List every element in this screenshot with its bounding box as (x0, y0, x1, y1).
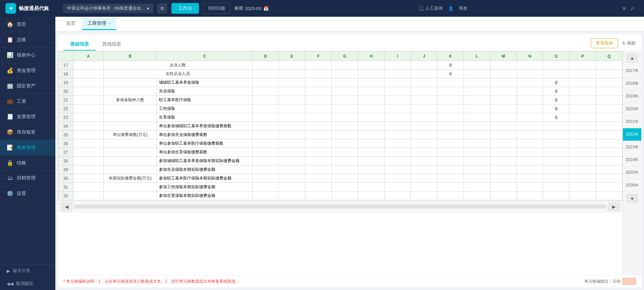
cell-30-H[interactable] (358, 174, 384, 183)
cell-27-C[interactable]: 单位参加生育保险缴费基数 (157, 148, 252, 157)
cell-17-A[interactable] (73, 61, 104, 70)
cell-31-E[interactable] (279, 183, 305, 192)
cell-24-N[interactable] (517, 122, 543, 131)
cell-17-Q[interactable] (596, 61, 623, 70)
cell-31-Q[interactable] (596, 183, 623, 192)
cell-22-N[interactable] (517, 104, 543, 113)
cell-17-K[interactable]: 0 (437, 61, 464, 70)
cell-24-I[interactable] (384, 122, 411, 131)
cell-18-F[interactable] (305, 70, 332, 78)
cell-30-D[interactable] (252, 174, 279, 183)
cell-28-O[interactable] (543, 157, 570, 165)
year-item-2019[interactable]: 2019年 (623, 90, 641, 103)
cell-22-P[interactable] (570, 104, 596, 113)
cell-18-G[interactable] (332, 70, 358, 78)
cell-21-K[interactable] (437, 96, 464, 104)
cell-20-Q[interactable] (596, 87, 623, 96)
cell-23-K[interactable] (437, 113, 464, 122)
cell-21-O[interactable]: 0 (543, 96, 570, 104)
cell-21-B[interactable]: 参保各险种人数 (104, 96, 157, 104)
cell-24-M[interactable] (490, 122, 517, 131)
sidebar-item-wages[interactable]: 💼 工资 (0, 94, 55, 109)
cell-29-J[interactable] (411, 165, 437, 174)
cell-18-E[interactable] (279, 70, 305, 78)
cell-32-D[interactable] (252, 192, 279, 200)
cell-25-B[interactable]: 单位缴费基数(万元) (104, 131, 157, 139)
cell-17-O[interactable] (543, 61, 570, 70)
cell-17-E[interactable] (279, 61, 305, 70)
cell-20-F[interactable] (305, 87, 332, 96)
cell-23-F[interactable] (305, 113, 332, 122)
cell-21-J[interactable] (411, 96, 437, 104)
spreadsheet-main[interactable]: A B C D E F G H I J (58, 51, 623, 275)
tab-business[interactable]: 工商管理 × (82, 18, 116, 30)
cell-27-E[interactable] (279, 148, 305, 157)
cell-21-I[interactable] (384, 96, 411, 104)
cell-26-L[interactable] (464, 139, 490, 148)
cell-19-P[interactable] (570, 78, 596, 87)
cell-25-H[interactable] (358, 131, 384, 139)
sidebar-item-finance[interactable]: 💰 资金管理 (0, 63, 55, 78)
cell-21-L[interactable] (464, 96, 490, 104)
sidebar-new-guide[interactable]: ▶ 新手引导 (0, 265, 55, 277)
cell-17-N[interactable] (517, 61, 543, 70)
cell-32-C[interactable]: 参加生育保险本期实际缴费金额 (157, 192, 252, 200)
cell-24-K[interactable] (437, 122, 464, 131)
cell-20-H[interactable] (358, 87, 384, 96)
cell-29-I[interactable] (384, 165, 411, 174)
sub-tab-other-info[interactable]: 其他信息 (96, 39, 128, 51)
tab-home[interactable]: 首页 (61, 18, 81, 30)
cell-31-N[interactable] (517, 183, 543, 192)
cell-21-P[interactable] (570, 96, 596, 104)
year-item-2018[interactable]: 2018年 (623, 77, 641, 90)
year-scroll-down-button[interactable]: ▼ (626, 194, 638, 203)
cell-31-B[interactable] (104, 183, 157, 192)
cell-23-N[interactable] (517, 113, 543, 122)
cell-19-B[interactable] (104, 78, 157, 87)
cell-29-Q[interactable] (596, 165, 623, 174)
cell-31-C[interactable]: 参加工伤保险本期实际缴费金额 (157, 183, 252, 192)
cell-30-F[interactable] (305, 174, 332, 183)
cell-25-A[interactable] (73, 131, 104, 139)
cell-19-O[interactable]: 0 (543, 78, 570, 87)
sidebar-item-home[interactable]: 🏠 首页 (0, 17, 55, 32)
cell-22-K[interactable] (437, 104, 464, 113)
cell-26-K[interactable] (437, 139, 464, 148)
cell-22-C[interactable]: 工伤保险 (157, 104, 252, 113)
switch-version-button[interactable]: 切到旧版 (203, 3, 230, 14)
hscrollbar-track[interactable] (74, 205, 606, 209)
cell-23-E[interactable] (279, 113, 305, 122)
cell-30-P[interactable] (570, 174, 596, 183)
cell-20-K[interactable] (437, 87, 464, 96)
cell-28-C[interactable]: 参加城镇职工基本养老保险本期实际缴费金额 (157, 157, 252, 165)
cell-18-A[interactable] (73, 70, 104, 78)
cell-20-A[interactable] (73, 87, 104, 96)
cell-20-B[interactable] (104, 87, 157, 96)
cell-20-J[interactable] (411, 87, 437, 96)
cell-31-D[interactable] (252, 183, 279, 192)
cell-25-F[interactable] (305, 131, 332, 139)
cell-28-B[interactable] (104, 157, 157, 165)
cell-32-F[interactable] (305, 192, 332, 200)
cell-22-Q[interactable] (596, 104, 623, 113)
cell-27-J[interactable] (411, 148, 437, 157)
cell-26-E[interactable] (279, 139, 305, 148)
cell-27-L[interactable] (464, 148, 490, 157)
cell-32-P[interactable] (570, 192, 596, 200)
sidebar-item-reports[interactable]: 📊 报表中心 (0, 48, 55, 63)
cell-26-I[interactable] (384, 139, 411, 148)
cell-24-C[interactable]: 单位参加城镇职工基本养老保险缴费基数 (157, 122, 252, 131)
cell-25-I[interactable] (384, 131, 411, 139)
cell-23-B[interactable] (104, 113, 157, 122)
sidebar-item-inventory[interactable]: 📦 库存核算 (0, 125, 55, 140)
cell-28-I[interactable] (384, 157, 411, 165)
sub-tab-basic-info[interactable]: 基础信息 (63, 39, 96, 51)
cell-19-A[interactable] (73, 78, 104, 87)
cell-17-I[interactable] (384, 61, 411, 70)
cell-30-N[interactable] (517, 174, 543, 183)
cell-27-N[interactable] (517, 148, 543, 157)
cell-25-M[interactable] (490, 131, 517, 139)
cell-22-L[interactable] (464, 104, 490, 113)
cell-32-E[interactable] (279, 192, 305, 200)
cell-21-Q[interactable] (596, 96, 623, 104)
